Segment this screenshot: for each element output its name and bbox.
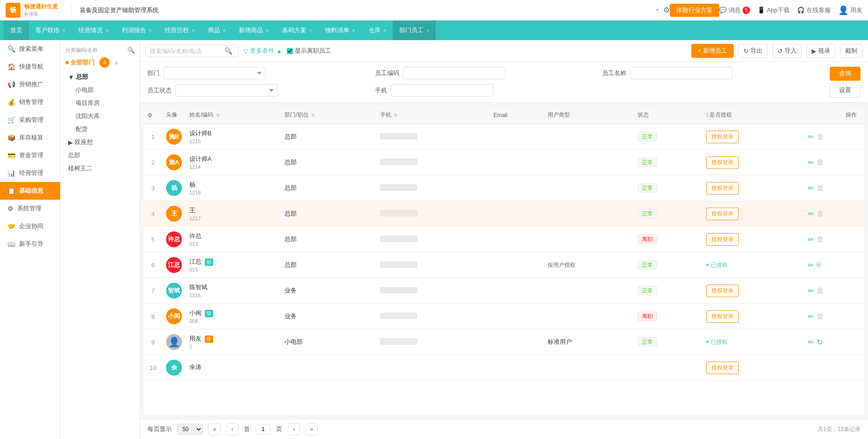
edit-icon[interactable]: ✏ xyxy=(808,286,814,295)
auth-btn[interactable]: 授权登录 xyxy=(706,362,739,374)
view-btn[interactable]: ▶ 视录 xyxy=(806,44,835,58)
first-page-btn[interactable]: « xyxy=(208,423,221,435)
edit-icon[interactable]: ✏ xyxy=(808,261,814,270)
edit-icon[interactable]: ✏ xyxy=(808,158,814,167)
auth-btn[interactable]: 授权登录 xyxy=(706,156,739,169)
sidebar-item-finance[interactable]: 💳 资金管理 xyxy=(0,146,60,164)
page-input[interactable] xyxy=(256,424,271,434)
dept-node-shuangzuo[interactable]: ▶ 双座想 xyxy=(64,136,136,149)
search-input-wrap[interactable]: 🔍 xyxy=(146,45,239,57)
auth-btn[interactable]: 授权登录 xyxy=(706,208,739,220)
sidebar-item-management[interactable]: 📊 经营管理 xyxy=(0,164,60,182)
dept-collapse-btn[interactable]: « xyxy=(111,58,121,67)
edit-icon[interactable]: ✏ xyxy=(808,338,814,347)
nav-item-operation[interactable]: 经营情况 × xyxy=(72,21,115,40)
nav-item-barcode[interactable]: 条码方案 × xyxy=(276,21,319,40)
query-button[interactable]: 查询 xyxy=(830,67,861,81)
delete-icon[interactable]: 🗑 xyxy=(817,158,824,167)
sidebar-item-purchase[interactable]: 🛒 采购管理 xyxy=(0,111,60,129)
close-icon[interactable]: × xyxy=(266,28,269,33)
close-icon[interactable]: × xyxy=(192,28,194,33)
copy-icon[interactable]: ⎘ xyxy=(817,261,821,269)
auth-btn[interactable]: 授权登录 xyxy=(706,310,739,323)
emp-code-input[interactable] xyxy=(403,67,506,79)
edit-icon[interactable]: ✏ xyxy=(808,209,814,218)
last-page-btn[interactable]: » xyxy=(306,423,318,435)
auth-btn[interactable]: 授权登录 xyxy=(706,233,739,246)
search-submit-icon[interactable]: 🔍 xyxy=(224,47,232,55)
auth-btn[interactable]: 授权登录 xyxy=(706,285,739,297)
close-icon[interactable]: × xyxy=(352,28,355,33)
col-settings[interactable]: ⚙ xyxy=(144,106,162,124)
show-ex-checkbox[interactable] xyxy=(287,48,293,54)
close-icon[interactable]: × xyxy=(309,28,312,33)
nav-item-goods[interactable]: 商品 × xyxy=(201,21,232,40)
sidebar-item-collab[interactable]: 🤝 企业协同 xyxy=(0,217,60,235)
system-dropdown-icon[interactable]: ▾ xyxy=(656,7,659,13)
nav-item-customer[interactable]: 客户联络 × xyxy=(29,21,72,40)
export-btn[interactable]: ↻ 导出 xyxy=(738,44,768,58)
edit-icon[interactable]: ✏ xyxy=(808,132,814,141)
close-icon[interactable]: × xyxy=(105,28,108,33)
refresh-icon[interactable]: ↻ xyxy=(817,338,823,347)
close-icon[interactable]: × xyxy=(149,28,152,33)
close-icon[interactable]: × xyxy=(62,28,65,33)
nav-item-history[interactable]: 经营历程 × xyxy=(158,21,201,40)
sidebar-item-system[interactable]: ⚙ 系统管理 xyxy=(0,200,60,217)
trial-button[interactable]: 体验行业方案 xyxy=(670,4,719,17)
edit-icon[interactable]: ✏ xyxy=(808,312,814,321)
col-dept[interactable]: 部门/职位 ⇅ xyxy=(281,106,376,124)
nav-item-add-goods[interactable]: 新增商品 × xyxy=(232,21,275,40)
delete-icon[interactable]: 🗑 xyxy=(817,286,824,295)
sidebar-item-nav[interactable]: 🏠 快捷导航 xyxy=(0,58,60,76)
settings-button[interactable]: 设置 xyxy=(830,83,861,98)
col-phone[interactable]: 手机 ⇅ xyxy=(376,106,490,124)
user-btn[interactable]: 👤 用友 xyxy=(838,5,862,15)
dept-node-project[interactable]: 项目库房 xyxy=(72,97,136,110)
import-btn[interactable]: ↺ 导入 xyxy=(772,44,802,58)
dept-node-zongbu-group[interactable]: ▼ 总部 xyxy=(64,70,136,84)
dept-add-icon[interactable]: 6 xyxy=(99,57,110,68)
edit-icon[interactable]: ✏ xyxy=(808,235,814,244)
sidebar-item-marketing[interactable]: 📢 营销推广 xyxy=(0,76,60,93)
status-select[interactable] xyxy=(175,84,278,97)
sidebar-item-guide[interactable]: 📖 新手引导 xyxy=(0,235,60,253)
col-name[interactable]: 姓名/编码 ⇅ xyxy=(186,106,281,124)
more-btn[interactable]: 截制 xyxy=(840,44,862,58)
delete-icon[interactable]: 🗑 xyxy=(817,209,824,218)
nav-item-bom[interactable]: 物料清单 × xyxy=(319,21,361,40)
sidebar-item-inventory[interactable]: 📦 库存核算 xyxy=(0,129,60,146)
auth-btn[interactable]: 授权登录 xyxy=(706,182,739,195)
dept-node-peihuo[interactable]: 配货 xyxy=(72,123,136,136)
sidebar-item-basic-info[interactable]: 📋 基础信息 xyxy=(0,182,60,200)
settings-icon[interactable]: ⚙ xyxy=(663,6,670,14)
sidebar-item-search[interactable]: 🔍 搜索菜单 xyxy=(0,40,60,58)
search-input[interactable] xyxy=(150,48,224,55)
delete-icon[interactable]: 🗑 xyxy=(817,312,824,321)
add-employee-btn[interactable]: + 新增员工 xyxy=(691,44,734,58)
app-download-btn[interactable]: 📱 App下载 xyxy=(757,6,790,14)
dept-node-zongbu[interactable]: 总部 xyxy=(64,149,136,162)
phone-input[interactable] xyxy=(391,84,493,97)
nav-item-home[interactable]: 首页 xyxy=(4,21,29,40)
auth-btn[interactable]: 授权登录 xyxy=(706,131,739,143)
edit-icon[interactable]: ✏ xyxy=(808,184,814,193)
dept-node-zhishu[interactable]: 植树王二 xyxy=(64,162,136,175)
nav-item-dept-employee[interactable]: 部门员工 × xyxy=(393,21,436,40)
delete-icon[interactable]: 🗑 xyxy=(817,235,824,244)
message-btn[interactable]: 💬 消息 5 xyxy=(719,6,750,14)
dept-node-shenyang[interactable]: 沈阳大库 xyxy=(72,110,136,123)
dept-node-xiaodian[interactable]: 小电部 xyxy=(72,84,136,97)
next-page-btn[interactable]: › xyxy=(288,423,300,435)
filter-more-btn[interactable]: ▽ 更多条件 ▲ xyxy=(243,47,282,55)
sidebar-item-sales[interactable]: 💰 销售管理 xyxy=(0,93,60,111)
nav-item-warehouse[interactable]: 仓库 × xyxy=(362,21,393,40)
prev-page-btn[interactable]: ‹ xyxy=(226,423,238,435)
close-icon[interactable]: × xyxy=(383,28,386,33)
page-size-select[interactable]: 50 20 100 xyxy=(177,424,203,435)
service-btn[interactable]: 🎧 在线客服 xyxy=(797,6,831,14)
close-icon[interactable]: × xyxy=(426,28,429,33)
delete-icon[interactable]: 🗑 xyxy=(817,184,824,192)
close-icon[interactable]: × xyxy=(223,28,226,33)
dept-all-label[interactable]: ■ 全部部门 xyxy=(65,58,95,67)
